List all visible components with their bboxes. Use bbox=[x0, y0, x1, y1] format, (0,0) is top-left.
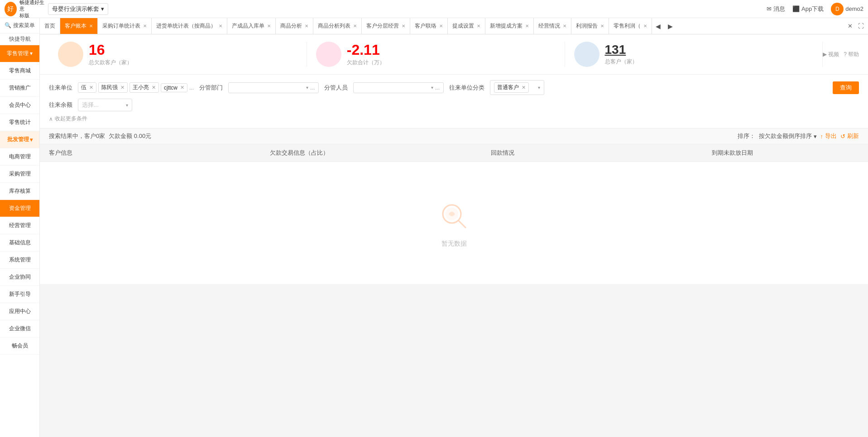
filter-dept-select[interactable]: ▾ ... bbox=[228, 82, 319, 93]
filter-category-select[interactable]: 普通客户 ✕ ▾ bbox=[490, 80, 544, 95]
tab-close-product-analysis-list[interactable]: ✕ bbox=[353, 24, 357, 28]
filter-tag-wang[interactable]: 王小亮 ✕ bbox=[129, 82, 159, 93]
tag-remove-wu[interactable]: ✕ bbox=[89, 85, 93, 90]
sidebar-search[interactable]: 🔍 搜索菜单 bbox=[0, 18, 39, 33]
help-link[interactable]: ? 帮助 bbox=[844, 51, 859, 58]
empty-icon bbox=[436, 198, 472, 234]
tab-close-customer-contact[interactable]: ✕ bbox=[439, 24, 443, 28]
tab-tips-settings[interactable]: 提成设置 ✕ bbox=[448, 18, 485, 34]
tab-close-accounts-book[interactable]: ✕ bbox=[89, 24, 93, 28]
sidebar-item-ops-mgmt[interactable]: 经营管理 bbox=[0, 217, 39, 234]
tab-close-product-analysis[interactable]: ✕ bbox=[305, 24, 308, 28]
tab-product-analysis[interactable]: 商品分析 ✕ bbox=[276, 18, 313, 34]
tag-remove-chen[interactable]: ✕ bbox=[120, 85, 125, 90]
filter-balance-label: 往来余额 bbox=[49, 101, 72, 109]
tag-remove-wang[interactable]: ✕ bbox=[152, 85, 156, 90]
tab-close-product-stock[interactable]: ✕ bbox=[267, 24, 271, 28]
chevron-down-icon: ▾ bbox=[538, 85, 540, 90]
tag-remove-cjttcw[interactable]: ✕ bbox=[180, 85, 184, 90]
tab-profit-report[interactable]: 利润报告 ✕ bbox=[571, 18, 609, 34]
tab-new-tips[interactable]: 新增提成方案 ✕ bbox=[485, 18, 534, 34]
filter-tag-category[interactable]: 普通客户 ✕ bbox=[494, 82, 529, 93]
chevron-down-icon: ▾ bbox=[126, 103, 128, 108]
sidebar-item-marketing[interactable]: 营销推广 bbox=[0, 80, 39, 97]
sidebar-item-retail-shop[interactable]: 零售商城 bbox=[0, 62, 39, 80]
svg-line-1 bbox=[459, 221, 465, 228]
filter-person-select[interactable]: ▾ ... bbox=[353, 82, 444, 93]
sidebar-item-enterprise-wechat[interactable]: 企业微信 bbox=[0, 320, 39, 337]
chevron-icon: ▾ bbox=[30, 50, 33, 57]
tab-close-all-button[interactable]: ✕ bbox=[845, 22, 854, 31]
query-button[interactable]: 查询 bbox=[833, 81, 859, 94]
sidebar-item-enterprise-collab[interactable]: 企业协同 bbox=[0, 269, 39, 286]
filter-balance-select[interactable]: 选择... ▾ bbox=[78, 99, 132, 111]
stat-number-customers: 16 bbox=[89, 43, 297, 57]
tab-close-purchase[interactable]: ✕ bbox=[143, 24, 147, 28]
tab-product-stock[interactable]: 产成品入库单 ✕ bbox=[227, 18, 276, 34]
tab-accounts-book[interactable]: 客户账本 ✕ bbox=[60, 18, 98, 34]
sidebar-item-retail-mgmt[interactable]: 零售管理 ▾ bbox=[0, 45, 39, 62]
sidebar-item-purchase-mgmt[interactable]: 采购管理 bbox=[0, 166, 39, 183]
stat-info-total-customers: 131 总客户（家） bbox=[605, 43, 814, 66]
sidebar-item-member-vip[interactable]: 畅会员 bbox=[0, 337, 39, 355]
tab-close-new-tips[interactable]: ✕ bbox=[525, 24, 529, 28]
filter-tag-wu[interactable]: 伍 ✕ bbox=[78, 82, 96, 93]
video-link[interactable]: ▶ 视频 bbox=[823, 51, 839, 58]
export-button[interactable]: ↑ 导出 bbox=[820, 132, 837, 140]
tab-close-customer-segment[interactable]: ✕ bbox=[402, 24, 405, 28]
tab-bar: 首页 客户账本 ✕ 采购订单统计表 ✕ 进货单统计表（按商品） ✕ 产成品入库单… bbox=[40, 18, 868, 34]
sidebar-item-ecommerce[interactable]: 电商管理 bbox=[0, 148, 39, 166]
tab-more-button[interactable]: ◀ bbox=[652, 23, 664, 30]
filter-dept-label: 分管部门 bbox=[199, 84, 223, 92]
sort-select[interactable]: 按欠款金额倒序排序 ▾ bbox=[759, 132, 817, 140]
tab-inventory-stats[interactable]: 进货单统计表（按商品） ✕ bbox=[152, 18, 227, 34]
sidebar-item-member-center[interactable]: 会员中心 bbox=[0, 97, 39, 114]
logo-area: 好 畅捷通好生意 标版 bbox=[5, 0, 44, 19]
sidebar-quick-nav[interactable]: 快捷导航 bbox=[0, 33, 39, 45]
tab-customer-contact[interactable]: 客户联络 ✕ bbox=[410, 18, 448, 34]
sidebar-item-new-guide[interactable]: 新手引导 bbox=[0, 286, 39, 303]
user-menu-button[interactable]: D demo2 bbox=[831, 3, 863, 15]
sidebar-item-retail-stats[interactable]: 零售统计 bbox=[0, 114, 39, 131]
org-selector[interactable]: 母婴行业演示帐套 ▾ bbox=[48, 3, 108, 15]
sidebar-item-finance-mgmt[interactable]: 资金管理 bbox=[0, 200, 39, 217]
filter-tags-more[interactable]: ... bbox=[189, 85, 194, 91]
refresh-icon: ↺ bbox=[840, 133, 845, 140]
tab-close-inventory[interactable]: ✕ bbox=[219, 24, 222, 28]
sidebar-item-inventory[interactable]: 库存核算 bbox=[0, 183, 39, 200]
refresh-button[interactable]: ↺ 刷新 bbox=[840, 132, 859, 140]
sidebar-item-wholesale-mgmt[interactable]: 批发管理 ▾ bbox=[0, 131, 39, 148]
help-links: ▶ 视频 ? 帮助 bbox=[823, 51, 859, 58]
question-icon: ? bbox=[844, 51, 847, 57]
top-bar-right: ✉ 消息 ⬛ App下载 D demo2 bbox=[767, 3, 863, 15]
tab-fullscreen-button[interactable]: ⛶ bbox=[856, 22, 865, 31]
filter-person-more[interactable]: ... bbox=[435, 85, 440, 91]
tab-close-tips-settings[interactable]: ✕ bbox=[477, 24, 480, 28]
message-icon: ✉ bbox=[767, 5, 772, 12]
stat-icon-building: ▦ bbox=[574, 42, 599, 67]
stat-info-debt: -2.11 欠款合计（万） bbox=[347, 43, 556, 66]
tab-next-button[interactable]: ▶ bbox=[664, 23, 676, 30]
stat-icon-yuan: ¥ bbox=[58, 42, 83, 67]
sidebar-item-basic-info[interactable]: 基础信息 bbox=[0, 234, 39, 252]
tab-close-business[interactable]: ✕ bbox=[563, 24, 566, 28]
tab-customer-segment[interactable]: 客户分层经营 ✕ bbox=[362, 18, 410, 34]
collapse-button[interactable]: ∧ 收起更多条件 bbox=[49, 115, 859, 123]
app-download-button[interactable]: ⬛ App下载 bbox=[792, 5, 824, 13]
tab-close-profit[interactable]: ✕ bbox=[600, 24, 604, 28]
filter-tag-chen[interactable]: 陈民强 ✕ bbox=[98, 82, 128, 93]
tab-business-situation[interactable]: 经营情况 ✕ bbox=[534, 18, 571, 34]
tab-retail-profit[interactable]: 零售利润（ ✕ bbox=[609, 18, 652, 34]
message-button[interactable]: ✉ 消息 bbox=[767, 5, 785, 13]
tab-home[interactable]: 首页 bbox=[40, 18, 60, 34]
tab-close-retail-profit[interactable]: ✕ bbox=[643, 24, 647, 28]
tag-remove-category[interactable]: ✕ bbox=[522, 85, 526, 90]
sidebar-item-system-mgmt[interactable]: 系统管理 bbox=[0, 252, 39, 269]
filter-person-label: 分管人员 bbox=[324, 84, 348, 92]
filter-tag-cjttcw[interactable]: cjttcw ✕ bbox=[161, 83, 187, 92]
tab-purchase-order-stats[interactable]: 采购订单统计表 ✕ bbox=[98, 18, 152, 34]
tab-product-analysis-list[interactable]: 商品分析列表 ✕ bbox=[313, 18, 362, 34]
sidebar-item-app-center[interactable]: 应用中心 bbox=[0, 303, 39, 320]
logo-text: 畅捷通好生意 标版 bbox=[19, 0, 44, 19]
filter-dept-more[interactable]: ... bbox=[310, 85, 315, 91]
